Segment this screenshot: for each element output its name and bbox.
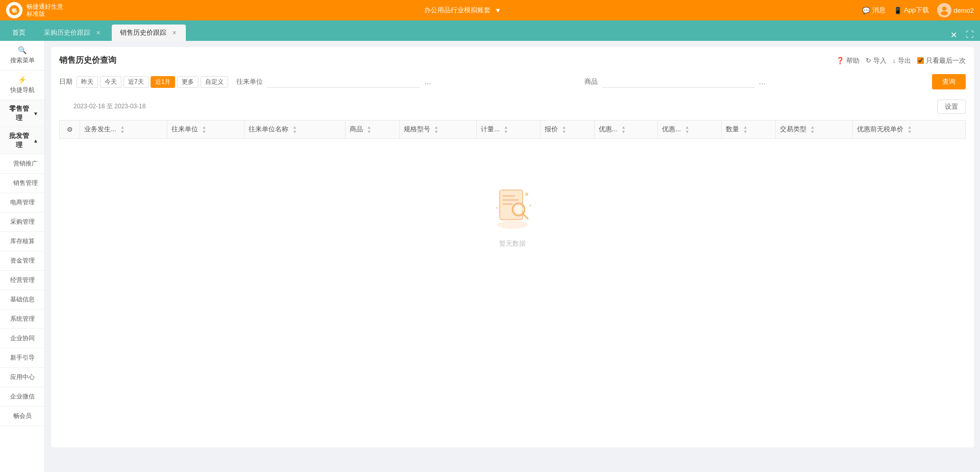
search-icon: 🔍: [18, 46, 27, 54]
tab-sales-history-close[interactable]: ✕: [170, 29, 178, 36]
export-button[interactable]: ↓ 导出: [893, 56, 912, 65]
sort-icons-unit: ▲▼: [504, 125, 508, 134]
svg-point-4: [497, 221, 528, 229]
sort-icons-quote: ▲▼: [562, 125, 567, 134]
table-col-pre-tax-price[interactable]: 优惠前无税单价 ▲▼: [853, 121, 966, 139]
sidebar-item-system-mgmt[interactable]: 系统管理: [0, 310, 44, 329]
only-last-checkbox-label[interactable]: 只看最后一次: [917, 56, 966, 65]
expand-icon[interactable]: ⛶: [964, 29, 976, 41]
lightning-icon: ⚡: [18, 76, 27, 84]
date-buttons: 昨天 今天 近7天 近1月 更多 自定义: [77, 76, 228, 88]
table-col-biz-date[interactable]: 业务发生... ▲▼: [80, 121, 167, 139]
logo-icon: 畅: [6, 2, 22, 18]
sort-icons-unit-name: ▲▼: [292, 125, 297, 134]
logo-text: 畅捷通好生意 标准版: [27, 3, 63, 18]
date-btn-today[interactable]: 今天: [100, 76, 121, 88]
sidebar-item-vip-member[interactable]: 畅会员: [0, 407, 44, 426]
sidebar-item-purchase-mgmt[interactable]: 采购管理: [0, 213, 44, 232]
sidebar-item-marketing[interactable]: 营销推广: [0, 154, 44, 174]
table-col-discount2[interactable]: 优惠... ▲▼: [658, 121, 722, 139]
table-col-unit-code[interactable]: 往来单位 ▲▼: [167, 121, 244, 139]
product-filter: 商品 ...: [584, 76, 924, 88]
date-btn-1month[interactable]: 近1月: [151, 76, 176, 88]
from-unit-label: 往来单位: [236, 77, 263, 86]
from-unit-input[interactable]: [267, 76, 420, 88]
date-label: 日期: [59, 77, 72, 86]
sort-icons-discount1: ▲▼: [621, 125, 626, 134]
product-more-btn[interactable]: ...: [759, 77, 766, 86]
empty-icon: [487, 180, 538, 231]
table-col-quote[interactable]: 报价 ▲▼: [541, 121, 595, 139]
top-header: 畅 畅捷通好生意 标准版 办公用品行业模拟账套 ▼ 💬 消息 📱 App下载: [0, 0, 980, 20]
table-col-spec[interactable]: 规格型号 ▲▼: [399, 121, 477, 139]
from-unit-more-btn[interactable]: ...: [424, 77, 431, 86]
tab-sales-history[interactable]: 销售历史价跟踪 ✕: [112, 25, 186, 41]
dropdown-chevron[interactable]: ▼: [495, 7, 501, 14]
product-label: 商品: [584, 77, 598, 86]
help-icon: ❓: [836, 57, 844, 64]
table-col-trade-type[interactable]: 交易类型 ▲▼: [775, 121, 853, 139]
close-all-tabs-icon[interactable]: ✕: [947, 29, 960, 41]
sort-icons-biz-date: ▲▼: [120, 125, 125, 134]
app-download-button[interactable]: 📱 App下载: [894, 6, 929, 15]
sidebar-item-quick-nav[interactable]: ⚡ 快捷导航: [0, 70, 44, 100]
table-col-unit-name[interactable]: 往来单位名称 ▲▼: [244, 121, 346, 139]
svg-point-12: [525, 193, 528, 196]
sidebar-item-new-user-guide[interactable]: 新手引导: [0, 348, 44, 368]
page-card: 销售历史价查询 ❓ 帮助 ↻ 导入 ↓ 导出: [51, 47, 974, 447]
import-button[interactable]: ↻ 导入: [866, 56, 887, 65]
sort-icons-trade-type: ▲▼: [810, 125, 815, 134]
chevron-down-icon: ▼: [33, 111, 38, 116]
date-btn-7days[interactable]: 近7天: [124, 76, 149, 88]
page-title: 销售历史价查询: [59, 55, 116, 66]
svg-rect-7: [502, 199, 519, 201]
table-col-product[interactable]: 商品 ▲▼: [346, 121, 400, 139]
sidebar-item-enterprise-wechat[interactable]: 企业微信: [0, 387, 44, 407]
svg-point-3: [941, 11, 948, 15]
svg-line-11: [523, 214, 528, 219]
sidebar-item-app-center[interactable]: 应用中心: [0, 368, 44, 387]
messages-button[interactable]: 💬 消息: [862, 6, 886, 15]
sidebar-item-enterprise-collab[interactable]: 企业协同: [0, 329, 44, 348]
sidebar-item-sales-mgmt[interactable]: 销售管理: [0, 174, 44, 193]
table-col-settings[interactable]: ⚙: [60, 121, 80, 139]
sidebar-item-operations-mgmt[interactable]: 经营管理: [0, 271, 44, 290]
date-btn-custom[interactable]: 自定义: [201, 76, 228, 88]
help-button[interactable]: ❓ 帮助: [836, 56, 860, 65]
tab-home[interactable]: 首页: [4, 25, 34, 41]
svg-text:畅: 畅: [12, 8, 17, 13]
sort-icons-discount2: ▲▼: [685, 125, 690, 134]
main-layout: 🔍 搜索菜单 ⚡ 快捷导航 零售管理 ▼ 批发管理 ▲ 营销推广 销售管理 电商…: [0, 41, 980, 472]
page-actions: ❓ 帮助 ↻ 导入 ↓ 导出 只看最后一次: [836, 56, 966, 65]
svg-rect-8: [502, 203, 512, 205]
sidebar-item-finance-mgmt[interactable]: 资金管理: [0, 251, 44, 271]
date-btn-more[interactable]: 更多: [177, 76, 199, 88]
content-area: 销售历史价查询 ❓ 帮助 ↻ 导入 ↓ 导出: [45, 41, 980, 472]
query-button[interactable]: 查询: [932, 74, 966, 89]
product-input[interactable]: [602, 76, 755, 88]
tab-purchase-history[interactable]: 采购历史价跟踪 ✕: [36, 25, 110, 41]
data-table: ⚙ 业务发生... ▲▼ 往来单位 ▲▼ 往来单位名称: [59, 120, 966, 139]
sidebar-item-ecommerce-mgmt[interactable]: 电商管理: [0, 193, 44, 213]
settings-button[interactable]: 设置: [937, 100, 966, 114]
only-last-checkbox[interactable]: [917, 57, 924, 64]
table-col-discount1[interactable]: 优惠... ▲▼: [594, 121, 658, 139]
tab-purchase-history-close[interactable]: ✕: [94, 29, 102, 36]
from-unit-filter: 往来单位 ...: [236, 76, 576, 88]
empty-state: 暂无数据: [59, 139, 966, 289]
sidebar-item-inventory[interactable]: 库存核算: [0, 232, 44, 251]
table-col-unit[interactable]: 计量... ▲▼: [477, 121, 541, 139]
header-right: 💬 消息 📱 App下载 demo2: [862, 3, 974, 17]
tab-bar-actions: ✕ ⛶: [947, 29, 980, 41]
date-btn-yesterday[interactable]: 昨天: [77, 76, 98, 88]
chevron-up-icon: ▲: [33, 138, 38, 144]
sidebar-item-search-menu[interactable]: 🔍 搜索菜单: [0, 41, 44, 70]
sidebar-item-basic-info[interactable]: 基础信息: [0, 290, 44, 310]
avatar: [937, 3, 951, 17]
table-col-quantity[interactable]: 数量 ▲▼: [722, 121, 776, 139]
sidebar-item-wholesale-mgmt[interactable]: 批发管理 ▲: [0, 127, 44, 154]
empty-text: 暂无数据: [499, 239, 526, 248]
svg-point-10: [514, 205, 523, 214]
sidebar-item-retail-mgmt[interactable]: 零售管理 ▼: [0, 100, 44, 127]
user-profile-button[interactable]: demo2: [937, 3, 974, 17]
